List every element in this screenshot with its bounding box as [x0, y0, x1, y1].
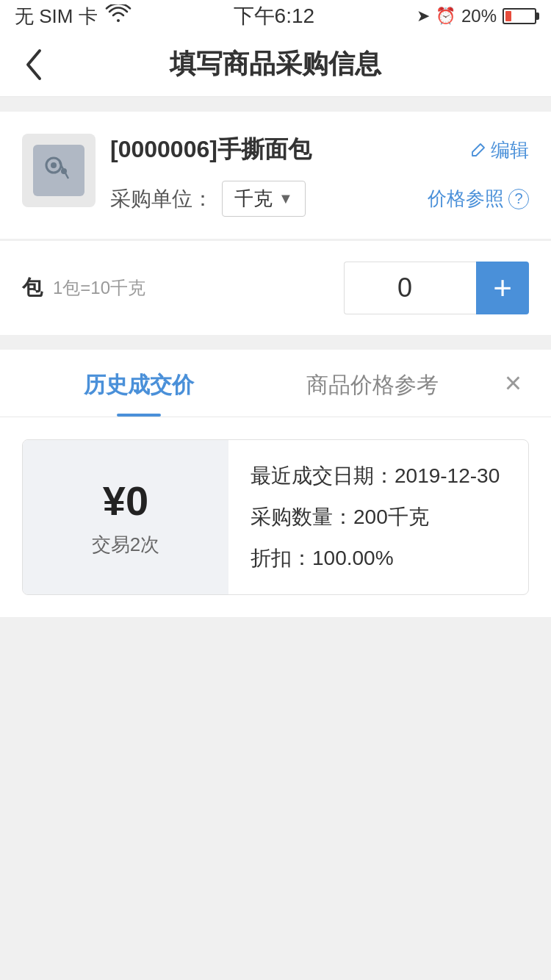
battery-icon — [503, 8, 536, 24]
qty-label: 包 1包=10千克 — [22, 274, 145, 302]
recent-date-row: 最近成交日期：2019-12-30 — [251, 462, 506, 490]
battery-percent: 20% — [461, 6, 497, 26]
unit-section: 采购单位： 千克 ▼ — [110, 181, 306, 217]
page-title: 填写商品采购信息 — [170, 46, 381, 82]
svg-point-1 — [51, 162, 57, 168]
svg-line-3 — [60, 162, 68, 179]
unit-select[interactable]: 千克 ▼ — [222, 181, 306, 217]
status-right: ➤ ⏰ 20% — [417, 6, 536, 26]
recent-date-value: 2019-12-30 — [395, 464, 500, 487]
qty-hint: 1包=10千克 — [53, 276, 145, 300]
separator — [0, 335, 551, 350]
unit-label-text: 采购单位： — [110, 185, 213, 213]
tabs-header: 历史成交价 商品价格参考 × — [0, 350, 551, 417]
discount-row: 折扣：100.00% — [251, 544, 506, 572]
tab-content: ¥0 交易2次 最近成交日期：2019-12-30 采购数量：200千克 折扣：… — [0, 417, 551, 617]
qty-detail-row: 采购数量：200千克 — [251, 503, 506, 531]
product-name-row: [0000006]手撕面包 编辑 — [110, 134, 529, 166]
tabs-panel: 历史成交价 商品价格参考 × ¥0 交易2次 最近成交日期：2019-12-30… — [0, 350, 551, 617]
back-button[interactable] — [22, 46, 44, 83]
quantity-row: 包 1包=10千克 + — [0, 240, 551, 335]
nav-bar: 填写商品采购信息 — [0, 32, 551, 97]
unit-value: 千克 — [234, 186, 273, 212]
chevron-down-icon: ▼ — [278, 190, 293, 207]
product-thumb-inner — [33, 145, 84, 196]
status-left: 无 SIM 卡 — [15, 4, 132, 29]
tab-price-ref-label: 商品价格参考 — [306, 372, 439, 397]
edit-button[interactable]: 编辑 — [470, 137, 529, 163]
qty-input[interactable] — [344, 262, 476, 314]
location-icon: ➤ — [417, 7, 430, 26]
qty-unit: 包 — [22, 274, 43, 302]
bottom-area — [0, 617, 551, 980]
help-icon: ? — [508, 189, 529, 209]
product-unit-row: 采购单位： 千克 ▼ 价格参照 ? — [110, 181, 529, 217]
product-card: [0000006]手撕面包 编辑 采购单位： 千克 ▼ 价格 — [0, 112, 551, 239]
plus-icon: + — [493, 270, 512, 306]
qty-input-group: + — [344, 262, 529, 314]
price-ref-label: 价格参照 — [428, 186, 504, 212]
discount-value: 100.00% — [312, 547, 394, 569]
tab-history-price[interactable]: 历史成交价 — [22, 350, 256, 417]
tab-history-label: 历史成交价 — [84, 372, 194, 397]
price-trades: 交易2次 — [92, 532, 159, 558]
qty-plus-button[interactable]: + — [476, 262, 529, 314]
price-ref-button[interactable]: 价格参照 ? — [428, 186, 529, 212]
qty-detail-value: 200千克 — [353, 505, 429, 528]
tab-product-price-ref[interactable]: 商品价格参考 — [256, 350, 489, 417]
product-thumbnail — [22, 134, 96, 207]
discount-label: 折扣： — [251, 547, 312, 569]
recent-date-label: 最近成交日期： — [251, 464, 395, 487]
product-header: [0000006]手撕面包 编辑 采购单位： 千克 ▼ 价格 — [22, 134, 529, 217]
price-left: ¥0 交易2次 — [23, 440, 228, 594]
price-right: 最近成交日期：2019-12-30 采购数量：200千克 折扣：100.00% — [228, 440, 528, 594]
price-amount: ¥0 — [103, 477, 148, 525]
edit-label: 编辑 — [491, 137, 529, 163]
price-card: ¥0 交易2次 最近成交日期：2019-12-30 采购数量：200千克 折扣：… — [22, 439, 529, 595]
tab-close-button[interactable]: × — [497, 359, 529, 407]
alarm-icon: ⏰ — [436, 7, 455, 26]
product-info: [0000006]手撕面包 编辑 采购单位： 千克 ▼ 价格 — [110, 134, 529, 217]
product-name: [0000006]手撕面包 — [110, 134, 311, 166]
status-bar: 无 SIM 卡 下午6:12 ➤ ⏰ 20% — [0, 0, 551, 32]
carrier-text: 无 SIM 卡 — [15, 4, 98, 29]
status-time: 下午6:12 — [234, 2, 315, 30]
qty-detail-label: 采购数量： — [251, 505, 353, 528]
wifi-icon — [105, 4, 132, 29]
